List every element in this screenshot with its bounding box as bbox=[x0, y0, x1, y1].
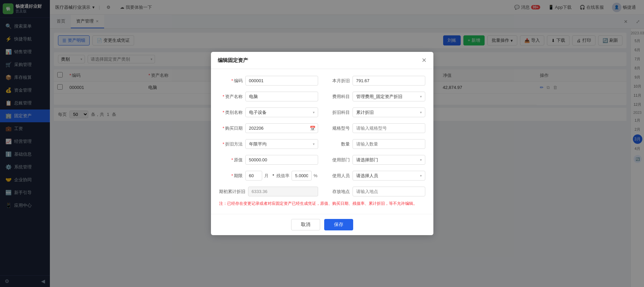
residual-rate-label: 残值率 bbox=[276, 173, 289, 179]
form-row-depr-subject: 折旧科目 累计折旧 bbox=[326, 107, 425, 117]
period-unit: 月 bbox=[264, 173, 269, 179]
period-residual-inline: 月 * 残值率 % bbox=[245, 171, 318, 181]
modal-body: *编码 本月折旧 *资产名称 bbox=[211, 69, 433, 214]
expense-subject-select[interactable]: 管理费用_固定资产折旧 bbox=[352, 92, 425, 101]
depr-method-select[interactable]: 年限平均 bbox=[245, 139, 318, 149]
depr-subject-select-wrapper: 累计折旧 bbox=[352, 107, 425, 117]
form-row-original-value: *原值 bbox=[219, 155, 318, 165]
this-month-depr-label: 本月折旧 bbox=[326, 78, 350, 84]
use-dept-select[interactable]: 请选择部门 bbox=[352, 155, 425, 165]
modal-footer: 取消 保存 bbox=[211, 214, 433, 235]
category-select-wrapper: 电子设备 bbox=[245, 107, 318, 117]
purchase-date-wrapper: 📅 bbox=[245, 123, 318, 133]
form-row-period-residual: *期限 月 * 残值率 % bbox=[219, 171, 318, 181]
code-input[interactable] bbox=[245, 76, 318, 86]
modal-note: 注：已经存在变更记录或者对应固定资产已经生成凭证，原值、购买日期、残值率、累计折… bbox=[219, 200, 425, 207]
use-dept-select-wrapper: 请选择部门 bbox=[352, 155, 425, 165]
form-row-purchase-date: *购买日期 📅 bbox=[219, 123, 318, 133]
expense-subject-select-wrapper: 管理费用_固定资产折旧 bbox=[352, 92, 425, 101]
use-person-label: 使用人员 bbox=[326, 173, 350, 179]
form-row-asset-name: *资产名称 bbox=[219, 92, 318, 101]
depr-subject-label: 折旧科目 bbox=[326, 109, 350, 116]
form-row-initial-accum-depr: 期初累计折旧 bbox=[219, 187, 318, 196]
residual-rate-input[interactable] bbox=[292, 171, 312, 181]
form-row-use-person: 使用人员 请选择人员 bbox=[326, 171, 425, 181]
form-row-expense-subject: 费用科目 管理费用_固定资产折旧 bbox=[326, 92, 425, 101]
initial-accum-depr-input[interactable] bbox=[248, 187, 318, 196]
spec-model-label: 规格型号 bbox=[326, 125, 350, 131]
original-value-label: *原值 bbox=[219, 157, 243, 163]
save-button[interactable]: 保存 bbox=[324, 219, 353, 230]
use-person-select-wrapper: 请选择人员 bbox=[352, 171, 425, 181]
form-row-code: *编码 bbox=[219, 76, 318, 86]
asset-name-input[interactable] bbox=[245, 92, 318, 101]
form-row-this-month-depr: 本月折旧 bbox=[326, 76, 425, 86]
modal-title: 编辑固定资产 bbox=[218, 57, 248, 64]
expense-subject-label: 费用科目 bbox=[326, 94, 350, 100]
period-label: *期限 bbox=[219, 173, 243, 179]
form-row-storage-location: 存放地点 bbox=[326, 187, 425, 196]
form-row-depr-method: *折旧方法 年限平均 bbox=[219, 139, 318, 149]
code-label: *编码 bbox=[219, 78, 243, 84]
purchase-date-input[interactable] bbox=[245, 123, 318, 133]
use-dept-label: 使用部门 bbox=[326, 157, 350, 163]
modal-header: 编辑固定资产 ✕ bbox=[211, 52, 433, 69]
storage-location-input[interactable] bbox=[352, 187, 425, 196]
category-select[interactable]: 电子设备 bbox=[245, 107, 318, 117]
form-grid: *编码 本月折旧 *资产名称 bbox=[219, 76, 425, 196]
edit-asset-modal: 编辑固定资产 ✕ *编码 本月折旧 bbox=[211, 52, 433, 235]
form-row-quantity: 数量 bbox=[326, 139, 425, 149]
this-month-depr-input[interactable] bbox=[352, 76, 425, 86]
asset-name-label: *资产名称 bbox=[219, 94, 243, 100]
use-person-select[interactable]: 请选择人员 bbox=[352, 171, 425, 181]
purchase-date-label: *购买日期 bbox=[219, 125, 243, 131]
original-value-input[interactable] bbox=[245, 155, 318, 165]
quantity-input[interactable] bbox=[352, 139, 425, 149]
modal-close-btn[interactable]: ✕ bbox=[422, 57, 427, 64]
depr-method-label: *折旧方法 bbox=[219, 141, 243, 147]
form-row-spec-model: 规格型号 bbox=[326, 123, 425, 133]
cancel-button[interactable]: 取消 bbox=[291, 219, 320, 230]
residual-rate-unit: % bbox=[314, 173, 318, 178]
period-input[interactable] bbox=[245, 171, 262, 181]
initial-accum-depr-label: 期初累计折旧 bbox=[219, 189, 245, 195]
depr-subject-select[interactable]: 累计折旧 bbox=[352, 107, 425, 117]
storage-location-label: 存放地点 bbox=[326, 189, 350, 195]
form-row-use-dept: 使用部门 请选择部门 bbox=[326, 155, 425, 165]
category-label: *类别名称 bbox=[219, 109, 243, 116]
depr-method-select-wrapper: 年限平均 bbox=[245, 139, 318, 149]
modal-overlay: 编辑固定资产 ✕ *编码 本月折旧 bbox=[0, 0, 644, 287]
form-row-category: *类别名称 电子设备 bbox=[219, 107, 318, 117]
spec-model-input[interactable] bbox=[352, 123, 425, 133]
quantity-label: 数量 bbox=[326, 141, 350, 147]
